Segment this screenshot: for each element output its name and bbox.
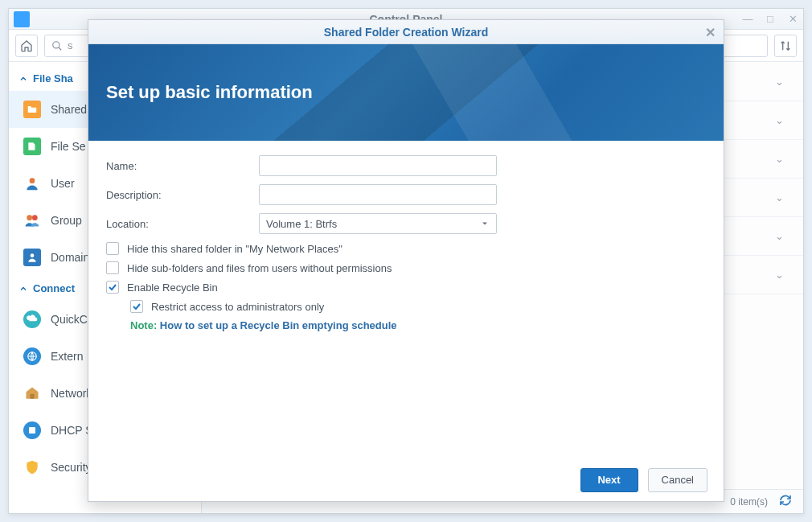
wizard-titlebar: Shared Folder Creation Wizard ✕: [88, 20, 724, 44]
note-label: Note:: [130, 319, 157, 331]
location-select[interactable]: Volume 1: Btrfs: [259, 213, 497, 234]
close-button[interactable]: ✕: [705, 25, 716, 40]
modal-overlay: Shared Folder Creation Wizard ✕ Set up b…: [0, 0, 812, 522]
cancel-button[interactable]: Cancel: [648, 468, 707, 492]
hide-subfolders-label: Hide sub-folders and files from users wi…: [127, 262, 392, 274]
shared-folder-wizard: Shared Folder Creation Wizard ✕ Set up b…: [88, 19, 724, 502]
name-input[interactable]: [259, 155, 497, 176]
enable-recycle-label: Enable Recycle Bin: [127, 282, 218, 294]
wizard-actions: Next Cancel: [88, 458, 724, 501]
wizard-title: Shared Folder Creation Wizard: [324, 26, 488, 39]
hide-network-label: Hide this shared folder in "My Network P…: [127, 243, 342, 255]
wizard-hero: Set up basic information: [88, 44, 724, 141]
location-value: Volume 1: Btrfs: [266, 218, 337, 230]
restrict-admin-checkbox[interactable]: [130, 300, 143, 313]
dropdown-icon: [480, 219, 490, 228]
hide-network-checkbox[interactable]: [106, 242, 119, 255]
location-label: Location:: [106, 218, 259, 230]
description-input[interactable]: [259, 184, 497, 205]
wizard-form: Name: Description: Location: Volume 1: B…: [88, 141, 724, 458]
next-button[interactable]: Next: [580, 468, 638, 492]
note-link[interactable]: How to set up a Recycle Bin emptying sch…: [160, 319, 397, 331]
restrict-admin-label: Restrict access to administrators only: [151, 301, 324, 313]
enable-recycle-checkbox[interactable]: [106, 281, 119, 294]
description-label: Description:: [106, 189, 259, 201]
hide-subfolders-checkbox[interactable]: [106, 261, 119, 274]
name-label: Name:: [106, 160, 259, 172]
wizard-heading: Set up basic information: [106, 82, 313, 103]
